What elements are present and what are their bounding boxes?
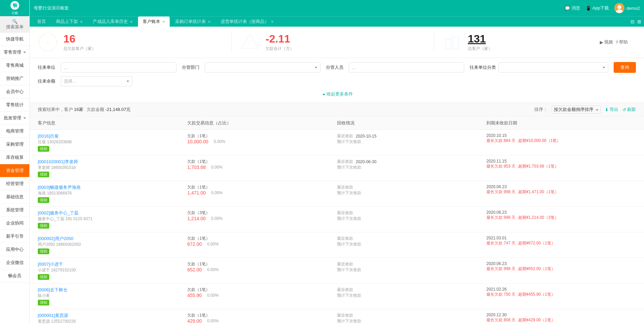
search-button[interactable]: 查询	[614, 62, 636, 73]
sidebar-item-retail-stats[interactable]: 零售统计	[0, 98, 29, 112]
chevron-down-icon	[127, 81, 129, 82]
sort-select[interactable]: 按欠款金额倒序排序	[552, 106, 601, 114]
maximize-icon[interactable]: ⊞	[637, 19, 641, 24]
chevron-down-icon	[23, 52, 26, 53]
debt-amount-0[interactable]: 10,000.00	[187, 139, 208, 144]
balance-select[interactable]: 选择...	[61, 76, 132, 86]
debt-label-2: 欠款（1笔）	[187, 184, 337, 190]
sidebar-item-sys-mgmt[interactable]: 系统管理	[0, 204, 29, 217]
result-actions: 排序： 按欠款金额倒序排序 ⬇ 导出 ↺ 刷新	[534, 106, 636, 114]
tab-home[interactable]: 首页	[32, 17, 51, 27]
customer-info-5: [0007]小进千 小进千 18279152100 现销	[38, 261, 187, 280]
recovery-info-3: 最近收款 预计下次收款	[337, 210, 486, 222]
sidebar-item-ecommerce[interactable]: 电商管理	[0, 125, 29, 138]
customer-name-0[interactable]: [0016]吕俊	[38, 133, 187, 139]
debt-amount-7[interactable]: 429.00	[187, 318, 202, 324]
svg-point-3	[617, 5, 621, 9]
message-icon: 💬	[565, 6, 570, 11]
customer-name-4[interactable]: [000002]用户2050	[38, 236, 187, 242]
user-info[interactable]: demo2	[614, 3, 640, 13]
search-menu-label: 搜索菜单	[2, 24, 27, 30]
recovery-next-4: 预计下次收款	[337, 241, 486, 247]
debt-amount-4[interactable]: 672.00	[187, 241, 202, 247]
tab-customer-account[interactable]: 客户账本 ✕	[138, 17, 170, 27]
message-btn[interactable]: 💬 消息	[565, 5, 580, 11]
overdue-link-3[interactable]: 超期¥1,214.00（3笔）	[518, 215, 559, 220]
overdue-link-6[interactable]: 超期¥455.90（1笔）	[518, 292, 555, 297]
collapse-btn[interactable]: 收起更多条件	[321, 91, 353, 97]
close-icon[interactable]: ✕	[208, 20, 211, 24]
overdue-date-2: 2020.06.23	[486, 184, 636, 189]
debt-amount-5[interactable]: 652.00	[187, 267, 202, 272]
sidebar-item-ops-mgmt[interactable]: 经营管理	[0, 177, 29, 190]
stat-overdue-amount: ! -2.11 欠款合计（万）	[232, 32, 434, 52]
manager-input[interactable]: ...	[349, 62, 465, 72]
sidebar-item-retail-mall[interactable]: 零售商城	[0, 59, 29, 72]
overdue-days-2: 最长欠款 998 天	[486, 189, 516, 194]
data-table: 客户信息 欠款交易信息（占比） 回收情况 到期未收款日期 [0016]吕俊 吕俊…	[30, 117, 644, 324]
sidebar-item-retail-mgmt[interactable]: 零售管理	[0, 46, 29, 59]
customer-name-7[interactable]: [000001]黄思源	[38, 313, 187, 319]
sidebar-item-quick-nav[interactable]: 快捷导航	[0, 33, 29, 46]
minimize-icon[interactable]: ⊟	[631, 19, 635, 24]
result-amount: -21,148.07元	[105, 107, 131, 112]
export-btn[interactable]: ⬇ 导出	[605, 107, 618, 113]
video-btn[interactable]: ▶ 视频	[600, 39, 613, 45]
stat-icon-overdue: ¥	[38, 32, 58, 52]
close-icon[interactable]: ✕	[162, 20, 165, 24]
stat-label-amount: 欠款合计（万）	[265, 46, 294, 52]
dept-select[interactable]	[205, 62, 320, 72]
app-download-btn[interactable]: 📱 App下载	[586, 5, 609, 11]
customer-name-2[interactable]: [0003]畅捷服务尹海燕	[38, 184, 187, 190]
overdue-link-7[interactable]: 超期¥429.00（1笔）	[518, 318, 555, 322]
overdue-date-0: 2020.10.15	[486, 133, 636, 138]
help-btn[interactable]: ? 帮助	[616, 39, 628, 45]
debt-amount-1[interactable]: 1,703.68	[187, 165, 206, 170]
sidebar-item-finance[interactable]: 资金管理	[0, 164, 29, 177]
debt-amount-2[interactable]: 1,471.00	[187, 190, 206, 196]
stat-overdue-customers: ¥ 16 总欠款客户（家）	[38, 32, 232, 52]
close-icon[interactable]: ✕	[130, 20, 133, 24]
sidebar-item-member-center[interactable]: 会员中心	[0, 85, 29, 98]
table-row: [0007]小进千 小进千 18279152100 现销 欠款（1笔） 652.…	[30, 258, 644, 284]
customer-name-5[interactable]: [0007]小进千	[38, 261, 187, 267]
overdue-link-5[interactable]: 超期¥652.00（1笔）	[518, 266, 555, 271]
overdue-link-4[interactable]: 超期¥672.00（1笔）	[518, 241, 555, 245]
debt-amount-3[interactable]: 1,214.00	[187, 216, 206, 221]
sidebar-item-enterprise-wechat[interactable]: 企业微信	[0, 256, 29, 269]
dots-icon: ...	[64, 65, 68, 70]
help-icon: ?	[616, 40, 618, 45]
customer-name-6[interactable]: [0006]去下粮仓	[38, 287, 187, 293]
close-icon[interactable]: ✕	[80, 20, 83, 24]
from-unit-input[interactable]: ...	[61, 62, 176, 72]
close-icon[interactable]: ✕	[271, 20, 274, 24]
sidebar-item-new-guide[interactable]: 新手引导	[0, 230, 29, 243]
customer-name-3[interactable]: [0002]服务中心_丁磊	[38, 210, 187, 216]
unit-type-select[interactable]	[499, 62, 608, 72]
refresh-btn[interactable]: ↺ 刷新	[622, 107, 636, 113]
tab-purchase-stats[interactable]: 采购订单统计表 ✕	[170, 17, 215, 27]
tab-product-history[interactable]: 产成品入库单历史 ✕	[88, 17, 137, 27]
sidebar-item-app-center[interactable]: 应用中心	[0, 243, 29, 256]
tabs-bar: 首页 商品上下架 ✕ 产成品入库单历史 ✕ 客户账本 ✕ 采购订单统计表 ✕ 进…	[30, 16, 644, 27]
overdue-link-1[interactable]: 超期¥1,703.68（1笔）	[518, 164, 559, 169]
filter-row-1: 往来单位 ... 分管部门 分管人员 ...	[38, 62, 636, 73]
sidebar-item-inventory[interactable]: 库存核算	[0, 151, 29, 164]
sidebar-item-batch-mgmt[interactable]: 批发管理	[0, 112, 29, 125]
debt-amount-6[interactable]: 455.90	[187, 293, 202, 298]
overdue-link-0[interactable]: 超期¥10,000.00（1笔）	[518, 138, 561, 143]
sidebar-item-purchase-mgmt[interactable]: 采购管理	[0, 138, 29, 151]
search-menu-btn[interactable]: 🔍 搜索菜单	[0, 16, 29, 33]
sidebar-item-marketing[interactable]: 营销推广	[0, 72, 29, 85]
sidebar-item-basic-info[interactable]: 基础信息	[0, 190, 29, 204]
overdue-link-2[interactable]: 超期¥1,471.00（1笔）	[518, 189, 559, 194]
tab-import-stats[interactable]: 进货单统计表（按商品） ✕	[216, 17, 278, 27]
customer-tag-4: 现销	[38, 248, 49, 254]
col-recovery: 回收情况	[337, 120, 486, 126]
customer-name-1[interactable]: [0001020001]李老师	[38, 159, 187, 165]
recovery-info-6: 最近收款 预计下次收款	[337, 287, 486, 298]
tab-product-off[interactable]: 商品上下架 ✕	[51, 17, 87, 27]
sidebar-item-vip-member[interactable]: 畅会员	[0, 269, 29, 283]
recovery-next-7: 预计下次收款	[337, 318, 486, 324]
sidebar-item-enterprise[interactable]: 企业协同	[0, 217, 29, 230]
